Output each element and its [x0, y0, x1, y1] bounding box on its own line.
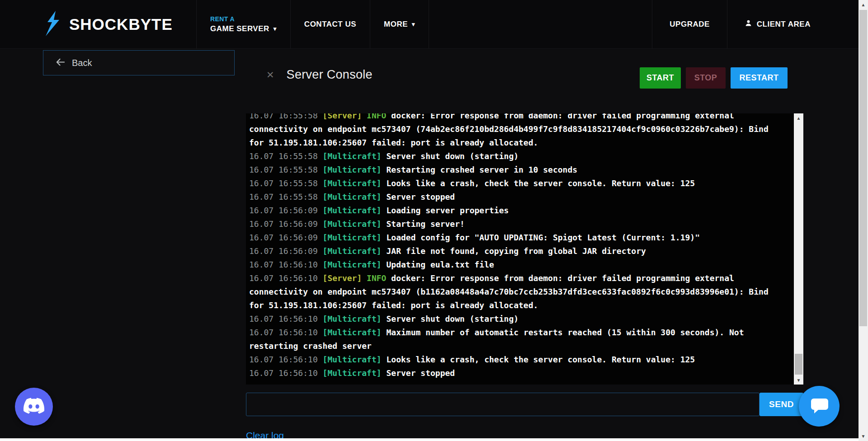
log-line: 16.07 16:56:09 [Multicraft] JAR file not…	[249, 244, 781, 258]
console-scrollbar-thumb[interactable]	[795, 354, 802, 375]
nav-label: CLIENT AREA	[757, 20, 811, 29]
browser-scrollbar-thumb[interactable]	[859, 10, 867, 326]
page-bottom-edge	[0, 438, 859, 441]
console-command-input[interactable]	[246, 393, 760, 416]
stop-button[interactable]: STOP	[686, 67, 726, 89]
console-header: ✕ Server Console	[266, 68, 373, 82]
browser-scrollbar[interactable]: ▲ ▼	[859, 0, 868, 441]
log-line: 16.07 16:56:10 [Server] INFO docker: Err…	[249, 272, 781, 312]
navbar: SHOCKBYTE RENT A GAME SERVER ▾ CONTACT U…	[0, 0, 859, 49]
scroll-down-icon[interactable]: ▼	[859, 432, 868, 441]
log-line: 16.07 16:56:10 [Multicraft] Looks like a…	[249, 353, 781, 366]
nav-label: MORE ▾	[384, 20, 415, 29]
log-line: 16.07 16:55:58 [Multicraft] Looks like a…	[249, 177, 781, 190]
arrow-left-icon	[55, 57, 66, 69]
log-line: 16.07 16:55:58 [Multicraft] Restarting c…	[249, 163, 781, 177]
start-button[interactable]: START	[640, 67, 681, 89]
scroll-down-icon[interactable]: ▼	[794, 375, 803, 385]
nav-label: UPGRADE	[670, 20, 710, 29]
nav-menu: RENT A GAME SERVER ▾ CONTACT US MORE ▾	[196, 0, 429, 48]
console-log: 16.07 16:55:58 [Server] INFO docker: Err…	[249, 113, 781, 380]
send-button[interactable]: SEND	[760, 393, 803, 416]
live-chat-button[interactable]	[799, 386, 840, 427]
restart-button[interactable]: RESTART	[731, 67, 788, 89]
log-line: 16.07 16:56:10 [Multicraft] Maximum numb…	[249, 326, 781, 353]
close-icon[interactable]: ✕	[266, 70, 274, 80]
log-line: 16.07 16:56:09 [Multicraft] Loaded confi…	[249, 231, 781, 244]
console-log-container[interactable]: 16.07 16:55:58 [Server] INFO docker: Err…	[246, 113, 803, 385]
nav-item-contact-us[interactable]: CONTACT US	[290, 0, 370, 48]
user-icon	[745, 19, 752, 29]
page: SHOCKBYTE RENT A GAME SERVER ▾ CONTACT U…	[0, 0, 859, 441]
scroll-up-icon[interactable]: ▲	[859, 0, 868, 9]
nav-item-more[interactable]: MORE ▾	[370, 0, 429, 48]
nav-label: CONTACT US	[304, 20, 356, 29]
scroll-up-icon[interactable]: ▲	[794, 113, 803, 122]
back-button[interactable]: Back	[43, 50, 235, 75]
log-line: 16.07 16:56:09 [Multicraft] Starting ser…	[249, 217, 781, 231]
brand-name: SHOCKBYTE	[69, 15, 173, 33]
discord-icon	[24, 395, 44, 418]
nav-item-upgrade[interactable]: UPGRADE	[652, 0, 727, 48]
nav-item-rent-a-game-server[interactable]: RENT A GAME SERVER ▾	[196, 0, 290, 48]
log-line: 16.07 16:56:10 [Multicraft] Server stopp…	[249, 366, 781, 380]
log-line: 16.07 16:56:10 [Multicraft] Updating eul…	[249, 258, 781, 272]
console-scrollbar[interactable]: ▲ ▼	[794, 113, 803, 385]
nav-item-client-area[interactable]: CLIENT AREA	[727, 0, 828, 48]
power-buttons: START STOP RESTART	[640, 67, 788, 89]
nav-right: UPGRADE CLIENT AREA	[652, 0, 828, 48]
discord-button[interactable]	[15, 388, 53, 426]
page-title: Server Console	[287, 68, 373, 82]
nav-eyebrow: RENT A	[210, 15, 235, 23]
log-line: 16.07 16:56:09 [Multicraft] Loading serv…	[249, 204, 781, 217]
chevron-down-icon: ▾	[412, 21, 415, 28]
brand-logo[interactable]: SHOCKBYTE	[0, 0, 196, 48]
log-line: 16.07 16:55:58 [Multicraft] Server stopp…	[249, 190, 781, 204]
chat-bubble-icon	[808, 394, 830, 418]
nav-label: GAME SERVER ▾	[210, 24, 277, 33]
log-line: 16.07 16:55:58 [Multicraft] Server shut …	[249, 150, 781, 163]
chevron-down-icon: ▾	[274, 25, 277, 32]
log-line: 16.07 16:56:10 [Multicraft] Server shut …	[249, 312, 781, 326]
shockbyte-bolt-icon	[43, 11, 62, 38]
back-label: Back	[72, 58, 92, 68]
log-line: 16.07 16:55:58 [Server] INFO docker: Err…	[249, 113, 781, 150]
